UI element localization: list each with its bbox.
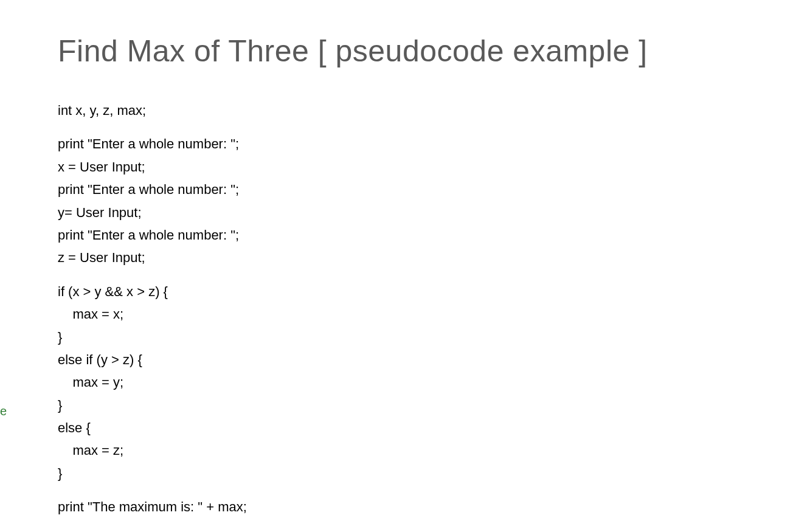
left-edge-marker: e — [0, 404, 7, 418]
code-line: if (x > y && x > z) { — [58, 280, 738, 303]
code-line: else { — [58, 416, 738, 439]
declaration-group: int x, y, z, max; — [58, 99, 738, 122]
code-line: max = y; — [58, 371, 738, 393]
code-line: int x, y, z, max; — [58, 99, 738, 122]
code-line: print "Enter a whole number: "; — [58, 133, 738, 155]
code-line: z = User Input; — [58, 246, 738, 269]
code-line: max = x; — [58, 303, 738, 325]
code-line: print "The maximum is: " + max; — [58, 496, 738, 518]
conditional-group: if (x > y && x > z) { max = x; } else if… — [58, 280, 738, 485]
code-line: print "Enter a whole number: "; — [58, 224, 738, 246]
code-line: } — [58, 394, 738, 416]
code-line: print "Enter a whole number: "; — [58, 178, 738, 201]
code-line: y= User Input; — [58, 201, 738, 224]
slide-title: Find Max of Three [ pseudocode example ] — [58, 33, 738, 69]
input-group: print "Enter a whole number: "; x = User… — [58, 133, 738, 269]
code-line: max = z; — [58, 439, 738, 461]
code-line: else if (y > z) { — [58, 348, 738, 371]
slide-content: Find Max of Three [ pseudocode example ]… — [0, 0, 796, 532]
code-line: } — [58, 326, 738, 348]
pseudocode-block: int x, y, z, max; print "Enter a whole n… — [58, 99, 738, 519]
code-line: } — [58, 462, 738, 485]
output-group: print "The maximum is: " + max; — [58, 496, 738, 518]
code-line: x = User Input; — [58, 156, 738, 178]
